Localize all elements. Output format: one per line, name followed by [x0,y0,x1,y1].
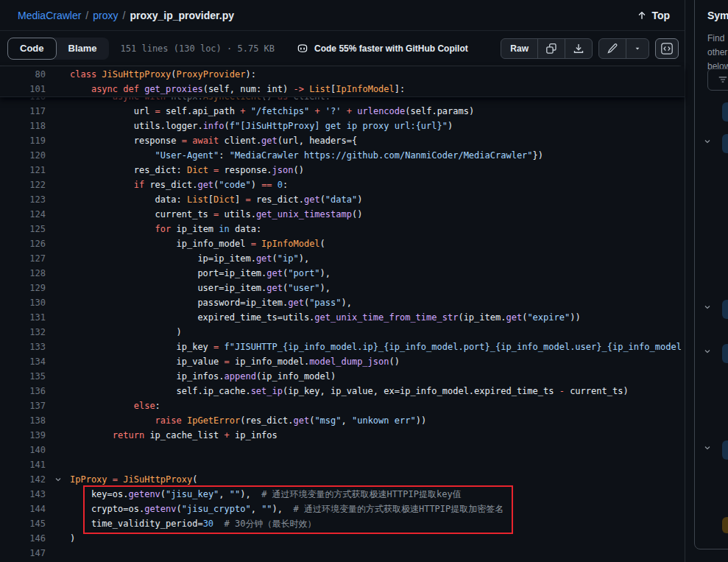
gutter-spacer [46,310,70,325]
symbol-item-fragment[interactable] [722,517,728,533]
gutter-spacer [46,281,70,295]
gutter-spacer [46,251,70,266]
edit-dropdown-button[interactable] [626,39,649,58]
line-number[interactable]: 137 [0,398,46,413]
line-number[interactable]: 118 [0,119,46,133]
line-number[interactable]: 129 [0,281,46,295]
code-line-text: ) [70,325,182,340]
code-line-text: class JiSuHttpProxy(ProxyProvider): [70,67,256,82]
breadcrumb-folder-link[interactable]: proxy [93,10,118,21]
symbols-toggle-button[interactable] [655,38,679,59]
line-number[interactable]: 116 [0,97,46,104]
line-number[interactable]: 146 [0,531,46,546]
download-button[interactable] [565,39,592,58]
code-line: 124 current_ts = utils.get_unix_timestam… [0,207,685,222]
line-number[interactable]: 142 [0,472,46,487]
code-line: 139 return ip_cache_list + ip_infos [0,428,685,443]
copy-button[interactable] [537,39,565,58]
line-number[interactable]: 135 [0,369,46,384]
line-number[interactable]: 132 [0,325,46,340]
line-number[interactable]: 124 [0,207,46,222]
gutter-spacer [46,502,70,516]
code-line: 131 expired_time_ts=utils.get_unix_time_… [0,310,685,325]
edit-button[interactable] [599,39,626,58]
code-line: 121 res_dict: Dict = response.json() [0,163,685,178]
tab-code[interactable]: Code [7,38,57,60]
line-number[interactable]: 133 [0,340,46,354]
code-line: 125 for ip_item in data: [0,222,685,236]
gutter-spacer [46,413,70,428]
symbol-item-fragment[interactable] [722,440,728,460]
line-number[interactable]: 143 [0,487,46,502]
chevron-down-icon[interactable] [703,443,712,452]
gutter-spacer [46,443,70,457]
line-number[interactable]: 131 [0,310,46,325]
line-number[interactable]: 141 [0,457,46,472]
line-number[interactable]: 80 [0,67,46,82]
line-number[interactable]: 122 [0,178,46,192]
chevron-down-icon[interactable] [703,303,712,312]
gutter-spacer [46,457,70,472]
line-number[interactable]: 136 [0,384,46,398]
code-line: 143 key=os.getenv("jisu_key", ""), # 通过环… [0,487,685,502]
code-line: 137 else: [0,398,685,413]
toolbar-actions: Raw [501,38,679,59]
breadcrumb-repo-link[interactable]: MediaCrawler [18,10,81,21]
line-number[interactable]: 138 [0,413,46,428]
line-number[interactable]: 140 [0,443,46,457]
caret-down-icon [634,45,641,52]
breadcrumb: MediaCrawler/proxy/proxy_ip_provider.py [18,10,234,21]
breadcrumb-bar: MediaCrawler/proxy/proxy_ip_provider.py … [0,0,685,31]
file-stats: 151 lines (130 loc) · 5.75 KB [121,43,275,54]
line-number[interactable]: 145 [0,516,46,531]
gutter-spacer [46,354,70,369]
code-line-text: async def get_proxies(self, num: int) ->… [70,82,405,96]
code-scroll-area[interactable]: 116 async with httpx.AsyncClient() as cl… [0,97,685,562]
code-line: 144 crypto=os.getenv("jisu_crypto", ""),… [0,502,685,516]
collapse-chevron-icon[interactable] [46,472,70,487]
code-line: 142IpProxy = JiSuHttpProxy( [0,472,685,487]
copilot-banner[interactable]: Code 55% faster with GitHub Copilot [297,43,468,55]
symbol-item-fragment[interactable] [722,102,728,122]
line-number[interactable]: 101 [0,82,46,96]
line-number[interactable]: 120 [0,148,46,163]
symbol-item-fragment[interactable] [722,300,728,319]
line-number[interactable]: 123 [0,192,46,207]
gutter-spacer [46,82,70,96]
line-number[interactable]: 144 [0,502,46,516]
chevron-down-icon[interactable] [703,347,712,356]
line-number[interactable]: 127 [0,251,46,266]
gutter-spacer [46,266,70,281]
line-number[interactable]: 117 [0,104,46,119]
symbol-item-fragment[interactable] [722,344,728,363]
gutter-spacer [46,398,70,413]
code-line-text: response = await client.get(url, headers… [70,133,357,148]
code-line: 122 if res_dict.get("code") == 0: [0,178,685,192]
line-number[interactable]: 119 [0,133,46,148]
line-number[interactable]: 139 [0,428,46,443]
main-column: MediaCrawler/proxy/proxy_ip_provider.py … [0,0,685,562]
code-line: 129 user=ip_item.get("user"), [0,281,685,295]
code-line: 141 [0,457,685,472]
line-number[interactable]: 147 [0,546,46,561]
line-number[interactable]: 128 [0,266,46,281]
back-to-top-link[interactable]: Top [637,10,670,21]
code-line: 127 ip=ip_item.get("ip"), [0,251,685,266]
tab-blame[interactable]: Blame [57,38,109,60]
line-number[interactable]: 130 [0,295,46,310]
chevron-down-icon[interactable] [703,137,712,146]
line-number[interactable]: 121 [0,163,46,178]
symbols-desc-line: other [707,46,728,60]
symbol-filter-input[interactable] [707,69,728,91]
filter-icon [718,74,728,85]
code-line: 128 port=ip_item.get("port"), [0,266,685,281]
code-line: 123 data: List[Dict] = res_dict.get("dat… [0,192,685,207]
symbol-item-fragment[interactable] [722,134,728,153]
line-number[interactable]: 125 [0,222,46,236]
code-line-text: async with httpx.AsyncClient() as client… [70,97,331,104]
raw-button[interactable]: Raw [501,39,537,58]
code-line: 101 async def get_proxies(self, num: int… [0,82,685,96]
line-number[interactable]: 126 [0,236,46,251]
code-line-text: ip_value = ip_info_model.model_dump_json… [70,354,400,369]
line-number[interactable]: 134 [0,354,46,369]
